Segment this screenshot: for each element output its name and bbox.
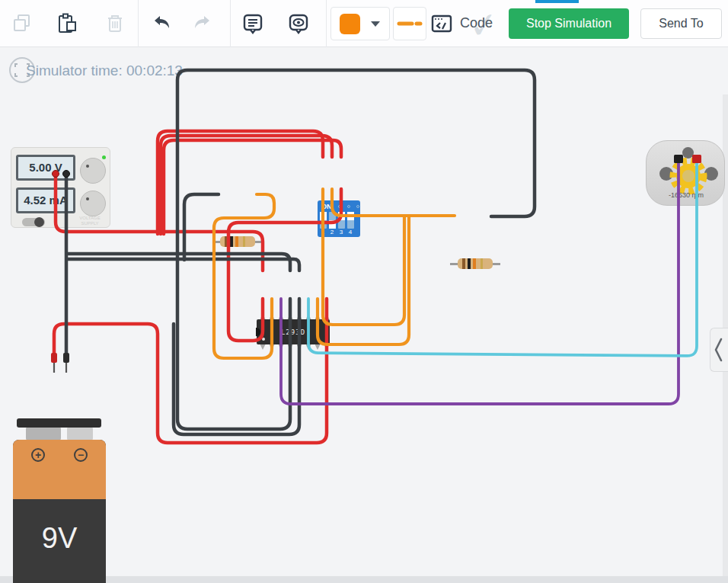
paste-icon[interactable] <box>56 13 78 34</box>
expand-panel-tab[interactable] <box>710 328 728 372</box>
battery-snap-cap <box>17 418 101 428</box>
psu-current-display: 4.52 mA <box>16 187 75 213</box>
psu-voltage-knob[interactable] <box>80 158 106 184</box>
psu-current-knob[interactable] <box>80 191 106 216</box>
dip-switch-1[interactable] <box>320 212 327 229</box>
dip-pin-number: 4 <box>347 229 354 235</box>
copy-icon[interactable] <box>12 13 34 34</box>
dip-hole <box>347 205 350 208</box>
undo-icon[interactable] <box>151 13 172 34</box>
battery-top-band <box>13 440 106 499</box>
code-window-icon[interactable] <box>431 13 452 34</box>
ic-pin[interactable] <box>270 344 275 350</box>
resistor-band <box>481 258 483 269</box>
wire-color-picker[interactable] <box>330 7 390 40</box>
ic-label: L293D <box>257 328 330 336</box>
dip-switch-handle <box>329 220 336 229</box>
ic-pin[interactable] <box>315 314 321 319</box>
wire-dash-icon <box>394 8 426 40</box>
psu-voltage-display: 5.00 V <box>16 155 75 181</box>
motor-rpm-readout: -16530 rpm <box>647 191 726 199</box>
ic-pin1-dot <box>262 338 265 341</box>
ic-pin[interactable] <box>297 314 302 319</box>
redo-icon[interactable] <box>192 13 213 34</box>
resistor-band <box>235 236 238 247</box>
ic-pin[interactable] <box>288 314 293 319</box>
resistor-2[interactable] <box>450 258 500 269</box>
active-tab-indicator <box>535 0 579 3</box>
ic-pin[interactable] <box>306 314 311 319</box>
ic-pin[interactable] <box>297 344 302 350</box>
ic-pin[interactable] <box>270 314 275 319</box>
dip-pin-number: 2 <box>329 229 336 235</box>
ic-pin[interactable] <box>260 314 266 319</box>
resistor-band <box>468 258 471 269</box>
resistor-band <box>230 236 233 247</box>
resistor-1[interactable] <box>212 236 263 247</box>
battery-plus-sign: + <box>31 448 45 462</box>
battery-minus-sign: − <box>74 448 88 462</box>
dip-on-label: ON <box>321 203 332 210</box>
circuit-canvas[interactable]: Simulator time: 00:02:13 5.00 V 4.52 mA … <box>0 47 728 583</box>
tinkercad-circuits-app: ✓ Code Stop Simulation Send To Simulator… <box>0 0 728 583</box>
delete-icon[interactable] <box>104 13 126 34</box>
dip-pin-number: 1 <box>320 229 327 235</box>
ic-pin[interactable] <box>306 344 311 350</box>
psu-power-led <box>102 155 106 159</box>
dip-switch-4[interactable] <box>347 212 354 229</box>
power-supply-component[interactable]: 5.00 V 4.52 mA VOLTAGE SUPPLY <box>11 147 110 228</box>
resistor-band <box>473 258 476 269</box>
resistor-band <box>243 236 245 247</box>
chevron-down-icon <box>371 21 380 27</box>
dip-switch-component[interactable]: ON 1234 <box>318 200 360 237</box>
send-to-button[interactable]: Send To <box>640 8 722 39</box>
dip-pin-number: 3 <box>338 229 345 235</box>
wire-color-swatch[interactable] <box>340 14 360 34</box>
battery-9v-component[interactable]: + − 9V <box>13 440 106 583</box>
ic-pin[interactable] <box>260 344 266 350</box>
battery-terminal <box>67 427 93 440</box>
ic-pin[interactable] <box>324 344 330 350</box>
toolbar-separator <box>138 0 139 47</box>
dc-motor-component[interactable]: -16530 rpm <box>646 140 725 206</box>
dip-hole <box>356 205 359 208</box>
dip-switch-2[interactable] <box>329 212 336 229</box>
toolbar-separator <box>326 0 327 47</box>
battery-voltage-label: 9V <box>13 522 106 555</box>
simulator-time: Simulator time: 00:02:13 <box>26 62 183 79</box>
bottom-edge <box>0 576 728 583</box>
notes-icon[interactable] <box>242 13 263 34</box>
ic-pin[interactable] <box>288 344 293 350</box>
toolbar: ✓ Code Stop Simulation Send To <box>0 0 728 47</box>
dip-hole <box>338 205 341 208</box>
ic-pin[interactable] <box>279 344 284 350</box>
ic-pin[interactable] <box>279 314 284 319</box>
dip-switch-3[interactable] <box>338 212 345 229</box>
dip-switch-handle <box>347 212 354 220</box>
psu-label: VOLTAGE SUPPLY <box>72 216 107 226</box>
component-labels-eye-icon[interactable] <box>288 13 309 34</box>
ic-pin[interactable] <box>324 314 330 319</box>
wire-style-button[interactable] <box>393 7 426 40</box>
dip-switch-handle <box>320 212 327 220</box>
chevron-left-icon <box>710 328 727 371</box>
resistor-band <box>462 258 465 269</box>
code-button-label[interactable]: Code <box>460 15 493 31</box>
l293d-ic-component[interactable]: L293D <box>257 319 330 344</box>
resistor-band <box>225 236 228 247</box>
stop-simulation-button[interactable]: Stop Simulation <box>509 8 629 39</box>
battery-terminal <box>26 427 61 440</box>
toolbar-separator <box>230 0 231 47</box>
psu-power-switch[interactable] <box>22 218 45 226</box>
ic-pin[interactable] <box>315 344 321 350</box>
dip-switch-handle <box>338 212 345 220</box>
